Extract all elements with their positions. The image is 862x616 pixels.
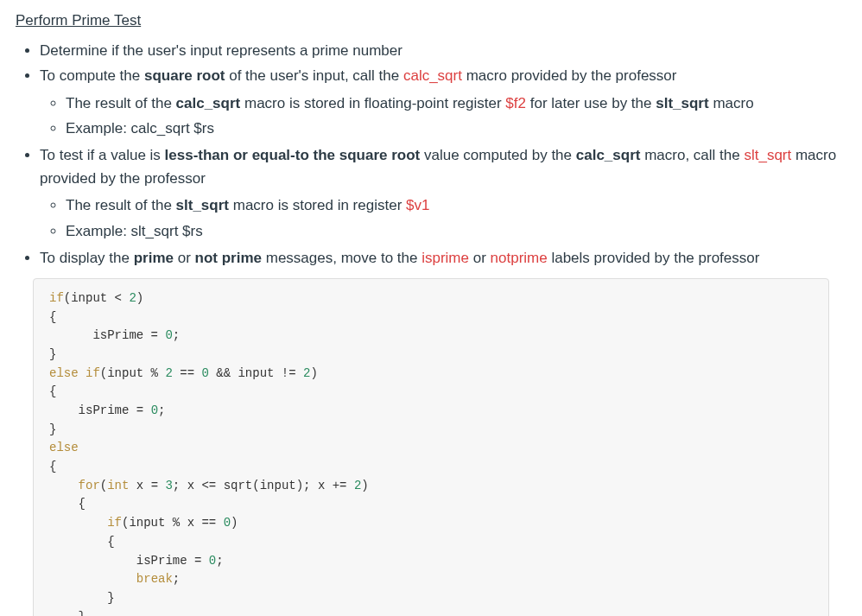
text: macro is stored in floating-point regist… xyxy=(240,95,505,111)
text: labels provided by the professor xyxy=(548,250,760,266)
code: ) xyxy=(361,479,368,492)
num: 2 xyxy=(165,366,172,380)
text: The result of the xyxy=(66,197,176,213)
text: value computed by the xyxy=(420,147,576,163)
kw-if: if xyxy=(49,291,64,305)
bullet-slt: To test if a value is less-than or equal… xyxy=(40,143,846,243)
code: isPrime = xyxy=(49,554,209,568)
num: 0 xyxy=(224,516,231,530)
sub-bullet-example: Example: calc_sqrt $rs xyxy=(66,117,846,140)
text: To compute the xyxy=(40,67,144,84)
text: macro xyxy=(709,95,754,111)
code: ; xyxy=(173,572,180,586)
text-bold: calc_sqrt xyxy=(576,147,641,163)
code: ( xyxy=(100,479,107,492)
code: x = xyxy=(129,479,165,492)
num: 3 xyxy=(165,479,172,492)
code: } xyxy=(49,347,56,361)
code: && input != xyxy=(209,366,303,380)
label-isprime: isprime xyxy=(421,250,469,266)
code: (input % xyxy=(100,366,166,380)
code: } xyxy=(49,610,86,616)
section-title: Perform Prime Test xyxy=(16,9,846,32)
macro-slt_sqrt: slt_sqrt xyxy=(744,147,791,163)
code: ; xyxy=(216,554,223,568)
text-bold: slt_sqrt xyxy=(656,95,708,111)
text: of the user's input, call the xyxy=(225,67,403,84)
code: ; xyxy=(173,328,180,342)
code xyxy=(49,572,136,586)
code: isPrime = xyxy=(49,403,151,417)
code: { xyxy=(49,384,56,398)
code: { xyxy=(49,535,115,549)
text: macro is stored in register xyxy=(229,197,406,213)
code: ) xyxy=(231,516,238,530)
code: } xyxy=(49,422,56,436)
bullet-display: To display the prime or not prime messag… xyxy=(40,246,846,270)
code: ; x <= sqrt(input); x += xyxy=(173,479,354,492)
code: { xyxy=(49,460,56,473)
num: 0 xyxy=(165,328,172,342)
text: messages, move to the xyxy=(262,250,421,266)
num: 0 xyxy=(151,403,158,417)
code: { xyxy=(49,310,56,324)
kw-elseif: else if xyxy=(49,366,100,380)
text: macro provided by the professor xyxy=(462,67,677,84)
code: } xyxy=(49,591,115,605)
code-block: if(input < 2) { isPrime = 0; } else if(i… xyxy=(33,278,829,616)
num: 2 xyxy=(129,291,136,305)
code: == xyxy=(173,366,202,380)
text-bold: prime xyxy=(134,250,174,266)
sub-bullet-result: The result of the calc_sqrt macro is sto… xyxy=(66,92,846,115)
text-bold: slt_sqrt xyxy=(176,197,229,213)
sub-bullet-example-slt: Example: slt_sqrt $rs xyxy=(66,219,846,243)
num: 0 xyxy=(201,366,208,380)
sub-bullet-result-slt: The result of the slt_sqrt macro is stor… xyxy=(66,194,846,217)
bullet-determine: Determine if the user's input represents… xyxy=(40,39,846,62)
text: or xyxy=(174,250,195,266)
label-notprime: notprime xyxy=(491,250,548,266)
code: ) xyxy=(310,366,317,380)
register-v1: $v1 xyxy=(406,197,429,213)
register-f2: $f2 xyxy=(505,95,526,111)
kw-if: if xyxy=(49,516,122,530)
kw-else: else xyxy=(49,441,79,454)
text: or xyxy=(469,250,491,266)
code: ) xyxy=(136,291,143,305)
kw-for: for xyxy=(49,479,100,492)
code: isPrime = xyxy=(49,328,165,342)
macro-calc_sqrt: calc_sqrt xyxy=(403,67,462,84)
kw-int: int xyxy=(107,479,129,492)
code: ; xyxy=(158,403,165,417)
text: The result of the xyxy=(66,95,176,111)
num: 0 xyxy=(209,554,216,568)
text: To display the xyxy=(40,250,134,266)
kw-break: break xyxy=(136,572,173,586)
text: macro, call the xyxy=(640,147,744,163)
text: for later use by the xyxy=(526,95,656,111)
text-bold: square root xyxy=(144,67,225,84)
code: { xyxy=(49,497,86,511)
sub-list: The result of the calc_sqrt macro is sto… xyxy=(40,92,846,140)
text-bold: not prime xyxy=(195,250,262,266)
code: (input % x == xyxy=(122,516,224,530)
code: (input < xyxy=(64,291,130,305)
text-bold: less-than or equal-to the square root xyxy=(165,147,421,163)
text: To test if a value is xyxy=(40,147,165,163)
text-bold: calc_sqrt xyxy=(176,95,241,111)
bullet-sqrt: To compute the square root of the user's… xyxy=(40,64,846,140)
main-list: Determine if the user's input represents… xyxy=(16,39,846,270)
sub-list: The result of the slt_sqrt macro is stor… xyxy=(40,194,846,242)
